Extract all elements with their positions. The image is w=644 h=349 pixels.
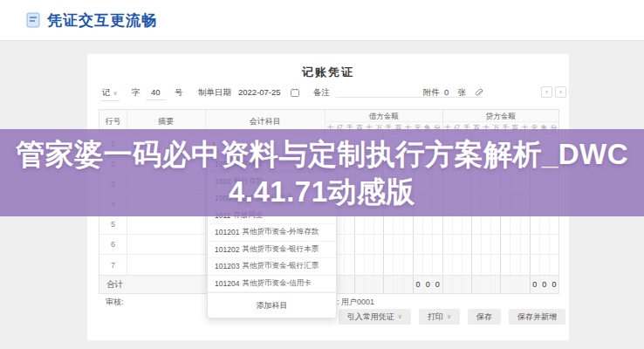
amount-digit-cell[interactable] bbox=[510, 255, 520, 275]
print-button[interactable]: 打印∨ bbox=[419, 309, 460, 325]
dropdown-item[interactable]: 101203其他货币资金-银行汇票 bbox=[208, 258, 336, 276]
amount-digit-cell[interactable] bbox=[501, 235, 510, 254]
amount-digit-cell[interactable] bbox=[374, 255, 384, 275]
amount-digit-cell[interactable] bbox=[550, 235, 558, 254]
amount-digit-cell[interactable] bbox=[423, 215, 433, 234]
amount-digit-cell[interactable] bbox=[355, 255, 365, 275]
amount-digit-cell[interactable] bbox=[345, 235, 354, 254]
amount-digit-cell[interactable] bbox=[414, 255, 423, 275]
summary-cell[interactable] bbox=[127, 255, 206, 275]
amount-digit-cell[interactable] bbox=[550, 255, 558, 275]
amount-digit-cell[interactable] bbox=[550, 215, 558, 234]
amount-digit-cell[interactable] bbox=[423, 235, 433, 254]
amount-digit-cell[interactable] bbox=[462, 235, 472, 254]
amount-digit-cell[interactable] bbox=[482, 255, 491, 275]
amount-digit-cell[interactable] bbox=[521, 255, 531, 275]
total-debit-digit bbox=[404, 276, 414, 293]
subject-code: 101201 bbox=[215, 228, 239, 236]
amount-digit-cell[interactable] bbox=[355, 235, 365, 254]
amount-digit-cell[interactable] bbox=[423, 255, 433, 275]
amount-digit-cell[interactable] bbox=[531, 235, 540, 254]
debit-header-label: 借方金额 bbox=[325, 110, 442, 122]
amount-digit-cell[interactable] bbox=[472, 215, 482, 234]
hao-label: 号 bbox=[175, 86, 183, 99]
dropdown-item[interactable]: 101204其他货币资金-信用卡 bbox=[208, 276, 336, 293]
amount-digit-cell[interactable] bbox=[365, 255, 374, 275]
amount-digit-cell[interactable] bbox=[521, 235, 531, 254]
amount-digit-cell[interactable] bbox=[540, 215, 550, 234]
amount-digit-cell[interactable] bbox=[394, 235, 403, 254]
amount-digit-cell[interactable] bbox=[443, 215, 453, 234]
amount-digit-cell[interactable] bbox=[404, 215, 414, 234]
voucher-number-input[interactable]: 40 bbox=[146, 86, 166, 100]
next-voucher-button[interactable]: › bbox=[555, 86, 566, 98]
save-and-new-button[interactable]: 保存并新增 bbox=[509, 309, 565, 325]
date-input[interactable]: 2022-07-25 bbox=[238, 86, 281, 99]
promo-overlay: 管家婆一码必中资料与定制执行方案解析_DWC 4.41.71动感版 bbox=[0, 129, 644, 216]
amount-digit-cell[interactable] bbox=[365, 235, 374, 254]
paperclip-icon[interactable] bbox=[474, 88, 483, 98]
amount-digit-cell[interactable] bbox=[384, 235, 394, 254]
amount-digit-cell[interactable] bbox=[443, 235, 453, 254]
amount-digit-cell[interactable] bbox=[433, 215, 442, 234]
amount-digit-cell[interactable] bbox=[433, 255, 442, 275]
amount-digit-cell[interactable] bbox=[374, 235, 384, 254]
amount-digit-cell[interactable] bbox=[491, 215, 501, 234]
amount-digit-cell[interactable] bbox=[531, 255, 540, 275]
voucher-word-select[interactable]: 记∨ bbox=[100, 86, 120, 101]
amount-digit-cell[interactable] bbox=[404, 235, 414, 254]
amount-digit-cell[interactable] bbox=[482, 215, 491, 234]
amount-digit-cell[interactable] bbox=[472, 235, 482, 254]
amount-digit-cell[interactable] bbox=[355, 215, 365, 234]
amount-digit-cell[interactable] bbox=[374, 215, 384, 234]
dropdown-item[interactable]: 101202其他货币资金-银行本票 bbox=[208, 242, 336, 259]
amount-digit-cell[interactable] bbox=[414, 235, 423, 254]
calendar-icon[interactable] bbox=[291, 88, 299, 97]
import-common-voucher-button[interactable]: 引入常用凭证∨ bbox=[339, 309, 411, 325]
button-label: 保存 bbox=[476, 311, 492, 323]
document-icon bbox=[26, 12, 40, 28]
attachment-label: 附件 bbox=[423, 86, 440, 99]
amount-digit-cell[interactable] bbox=[404, 255, 414, 275]
amount-cells bbox=[442, 235, 558, 254]
prev-voucher-button[interactable]: ‹ bbox=[541, 86, 552, 98]
dropdown-item[interactable]: 101201其他货币资金-外埠存款 bbox=[208, 224, 336, 242]
amount-digit-cell[interactable] bbox=[540, 235, 550, 254]
amount-digit-cell[interactable] bbox=[394, 255, 403, 275]
amount-digit-cell[interactable] bbox=[394, 215, 403, 234]
summary-cell[interactable] bbox=[127, 215, 206, 234]
amount-digit-cell[interactable] bbox=[345, 255, 354, 275]
amount-digit-cell[interactable] bbox=[510, 235, 520, 254]
amount-digit-cell[interactable] bbox=[510, 215, 520, 234]
add-subject-button[interactable]: 添加科目 bbox=[208, 292, 336, 318]
subject-name: 其他货币资金-外埠存款 bbox=[242, 227, 319, 237]
amount-digit-cell[interactable] bbox=[491, 255, 501, 275]
amount-digit-cell[interactable] bbox=[365, 215, 374, 234]
amount-digit-cell[interactable] bbox=[531, 215, 540, 234]
amount-digit-cell[interactable] bbox=[472, 255, 482, 275]
amount-digit-cell[interactable] bbox=[443, 255, 453, 275]
total-debit-digit bbox=[365, 276, 374, 293]
amount-digit-cell[interactable] bbox=[453, 215, 462, 234]
amount-digit-cell[interactable] bbox=[491, 235, 501, 254]
subject-name: 其他货币资金-银行本票 bbox=[242, 244, 319, 255]
amount-digit-cell[interactable] bbox=[482, 235, 491, 254]
amount-digit-cell[interactable] bbox=[433, 235, 442, 254]
amount-digit-cell[interactable] bbox=[501, 255, 510, 275]
amount-digit-cell[interactable] bbox=[462, 215, 472, 234]
save-button[interactable]: 保存 bbox=[468, 309, 501, 325]
amount-digit-cell[interactable] bbox=[540, 255, 550, 275]
amount-digit-cell[interactable] bbox=[345, 215, 354, 234]
summary-cell[interactable] bbox=[127, 235, 206, 254]
amount-digit-cell[interactable] bbox=[462, 255, 472, 275]
amount-digit-cell[interactable] bbox=[521, 215, 531, 234]
amount-digit-cell[interactable] bbox=[453, 235, 462, 254]
subject-code: 101202 bbox=[215, 245, 239, 254]
amount-digit-cell[interactable] bbox=[384, 255, 394, 275]
total-debit-digit bbox=[355, 276, 365, 293]
amount-digit-cell[interactable] bbox=[501, 215, 510, 234]
amount-digit-cell[interactable] bbox=[384, 215, 394, 234]
amount-digit-cell[interactable] bbox=[453, 255, 462, 275]
button-label: 引入常用凭证 bbox=[347, 311, 394, 323]
amount-digit-cell[interactable] bbox=[414, 215, 423, 234]
